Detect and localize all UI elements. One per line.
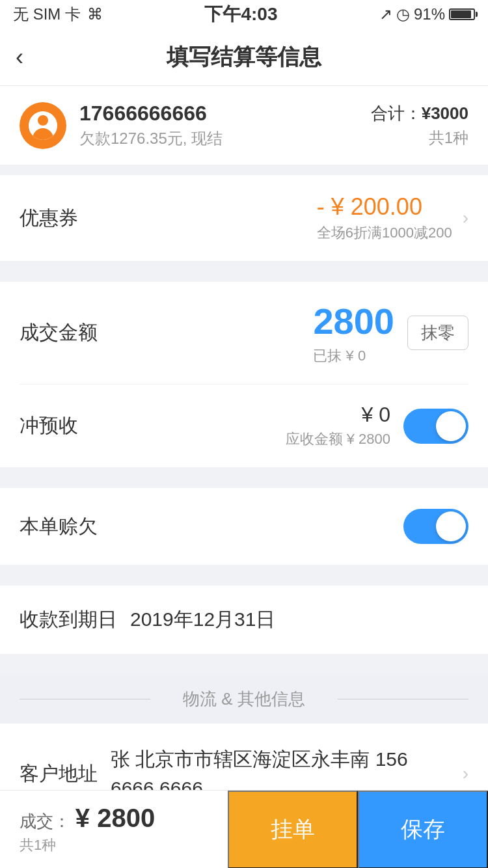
content: 17666666666 欠款1276.35元, 现结 合计：¥3000 共1种 … bbox=[0, 86, 488, 868]
status-time: 下午4:03 bbox=[204, 2, 277, 27]
status-right: ↗ ◷ 91% bbox=[379, 5, 475, 23]
customer-left: 17666666666 欠款1276.35元, 现结 bbox=[20, 102, 223, 149]
battery-icon bbox=[449, 8, 475, 20]
deal-section: 成交金额 2800 已抹 ¥ 0 抹零 冲预收 ¥ 0 应收金额 ¥ 2800 bbox=[0, 282, 488, 467]
prepay-sub: 应收金额 ¥ 2800 bbox=[286, 429, 390, 449]
bottom-deal-label: 成交： bbox=[20, 811, 70, 831]
separator-2 bbox=[0, 478, 488, 488]
due-date-label: 收款到期日 bbox=[20, 606, 117, 633]
coupon-right: - ¥ 200.00 全场6折满1000减200 › bbox=[317, 193, 468, 243]
bottom-deal-line: 成交： ¥ 2800 bbox=[20, 804, 208, 833]
due-date-value: 2019年12月31日 bbox=[130, 606, 275, 633]
save-button[interactable]: 保存 bbox=[358, 791, 488, 869]
customer-right: 合计：¥3000 共1种 bbox=[371, 102, 468, 148]
deal-amount-row: 成交金额 2800 已抹 ¥ 0 抹零 bbox=[20, 282, 468, 385]
coupon-section[interactable]: 优惠券 - ¥ 200.00 全场6折满1000减200 › bbox=[0, 175, 488, 261]
divider-line-right bbox=[338, 699, 468, 699]
prepay-label: 冲预收 bbox=[20, 413, 78, 439]
prepay-right: ¥ 0 应收金额 ¥ 2800 bbox=[286, 403, 468, 449]
deal-amount-value: 2800 bbox=[313, 300, 394, 342]
debt-toggle-knob bbox=[436, 511, 466, 541]
address-arrow-icon: › bbox=[463, 763, 468, 784]
prepay-row: 冲预收 ¥ 0 应收金额 ¥ 2800 bbox=[20, 385, 468, 467]
customer-info: 17666666666 欠款1276.35元, 现结 bbox=[79, 102, 223, 149]
wifi-icon: ⌘ bbox=[87, 5, 103, 23]
debt-section: 本单赊欠 bbox=[0, 488, 488, 565]
alarm-icon: ◷ bbox=[396, 5, 410, 23]
bottom-amount: ¥ 2800 bbox=[75, 804, 155, 832]
carrier-text: 无 SIM 卡 bbox=[13, 4, 81, 25]
deal-amount-label: 成交金额 bbox=[20, 319, 98, 346]
status-bar: 无 SIM 卡 ⌘ 下午4:03 ↗ ◷ 91% bbox=[0, 0, 488, 29]
battery-percent: 91% bbox=[414, 5, 445, 23]
debt-label: 本单赊欠 bbox=[20, 513, 98, 540]
coupon-arrow-icon: › bbox=[463, 208, 468, 228]
bottom-count: 共1种 bbox=[20, 835, 208, 855]
deal-value-area: 2800 已抹 ¥ 0 抹零 bbox=[313, 300, 468, 366]
back-button[interactable]: ‹ bbox=[16, 44, 23, 71]
pending-button[interactable]: 挂单 bbox=[228, 791, 358, 869]
logistics-divider: 物流 & 其他信息 bbox=[0, 675, 488, 724]
prepay-amount: ¥ 0 bbox=[286, 403, 390, 427]
due-section: 收款到期日 2019年12月31日 bbox=[0, 586, 488, 654]
prepay-amount-area: ¥ 0 应收金额 ¥ 2800 bbox=[286, 403, 390, 449]
toggle-knob bbox=[436, 411, 466, 441]
total-label: 合计：¥3000 bbox=[371, 102, 468, 125]
customer-debt: 欠款1276.35元, 现结 bbox=[79, 128, 223, 149]
avatar-icon bbox=[29, 111, 57, 140]
page-title: 填写结算等信息 bbox=[167, 42, 321, 72]
coupon-discount: - ¥ 200.00 bbox=[317, 193, 452, 221]
battery-fill bbox=[451, 10, 471, 18]
prepay-toggle[interactable] bbox=[403, 409, 468, 444]
customer-section: 17666666666 欠款1276.35元, 现结 合计：¥3000 共1种 bbox=[0, 86, 488, 165]
debt-toggle[interactable] bbox=[403, 509, 468, 544]
logistics-label: 物流 & 其他信息 bbox=[183, 688, 305, 711]
address-label: 客户地址 bbox=[20, 761, 98, 787]
divider-line-left bbox=[20, 699, 150, 699]
bottom-summary: 成交： ¥ 2800 共1种 bbox=[0, 804, 228, 855]
avatar bbox=[20, 102, 66, 149]
debt-row: 本单赊欠 bbox=[20, 488, 468, 565]
round-button[interactable]: 抹零 bbox=[407, 316, 468, 350]
location-icon: ↗ bbox=[379, 5, 392, 23]
coupon-description: 全场6折满1000减200 bbox=[317, 223, 452, 243]
customer-phone: 17666666666 bbox=[79, 102, 223, 126]
separator-4 bbox=[0, 664, 488, 675]
coupon-label: 优惠券 bbox=[20, 205, 78, 232]
bottom-bar: 成交： ¥ 2800 共1种 挂单 保存 bbox=[0, 790, 488, 868]
separator-3 bbox=[0, 575, 488, 586]
separator-1 bbox=[0, 271, 488, 282]
header: ‹ 填写结算等信息 bbox=[0, 29, 488, 86]
status-left: 无 SIM 卡 ⌘ bbox=[13, 4, 103, 25]
deal-sub-text: 已抹 ¥ 0 bbox=[313, 346, 394, 366]
due-date-row: 收款到期日 2019年12月31日 bbox=[20, 586, 468, 654]
total-count: 共1种 bbox=[371, 128, 468, 148]
